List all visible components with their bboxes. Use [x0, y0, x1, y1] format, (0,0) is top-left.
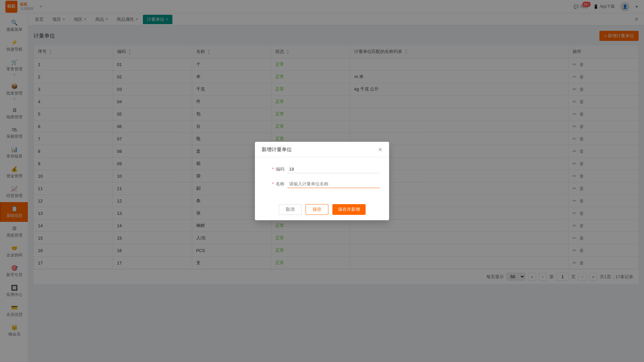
- required-mark: *: [272, 167, 274, 172]
- name-input[interactable]: [287, 180, 380, 188]
- save-add-button[interactable]: 保存并新增: [332, 204, 366, 215]
- modal-title: 新增计量单位: [262, 146, 292, 153]
- required-mark-name: *: [272, 181, 274, 186]
- code-input[interactable]: [287, 165, 380, 173]
- name-label: * 名称: [264, 181, 284, 187]
- modal-close-btn[interactable]: ✕: [378, 146, 382, 153]
- form-row-code: * 编码: [264, 165, 380, 173]
- modal-footer: 取消 保存 保存并新增: [255, 200, 389, 220]
- modal-add-unit: 新增计量单位 ✕ * 编码 * 名称 取消 保存 保存并新增: [255, 142, 389, 220]
- save-button[interactable]: 保存: [306, 204, 328, 215]
- modal-header: 新增计量单位 ✕: [255, 142, 389, 157]
- code-label: * 编码: [264, 166, 284, 172]
- modal-overlay: 新增计量单位 ✕ * 编码 * 名称 取消 保存 保存并新增: [0, 0, 644, 362]
- form-row-name: * 名称: [264, 180, 380, 188]
- modal-body: * 编码 * 名称: [255, 157, 389, 200]
- cancel-button[interactable]: 取消: [279, 204, 302, 215]
